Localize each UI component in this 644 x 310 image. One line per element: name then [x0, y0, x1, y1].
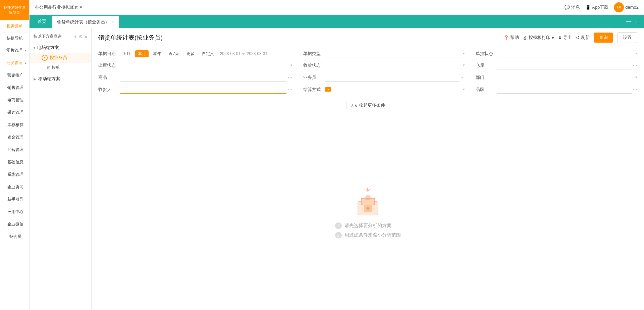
tab-close-btn[interactable]: × [111, 20, 114, 24]
sidebar-item-operations[interactable]: 经营管理 [0, 144, 29, 156]
out-status-label: 出库状态 [98, 62, 117, 68]
empty-step-1: 1 请先选择要分析的方案 [335, 222, 401, 229]
brand-dots-icon[interactable]: ··· [633, 87, 637, 93]
recv-status-select[interactable]: ▾ [325, 62, 465, 69]
add-scheme-btn[interactable]: + [74, 34, 77, 39]
export-label: 导出 [563, 35, 572, 41]
sidebar-label-sales: 销售管理 [4, 85, 26, 91]
sidebar-item-retail[interactable]: 零售管理 ▾ [0, 44, 29, 57]
help-btn[interactable]: ❓ 帮助 [503, 35, 519, 41]
account-dropdown[interactable]: 办公用品行业模拟账套 ▾ [35, 4, 82, 10]
sidebar-item-inventory[interactable]: 库存核算 [0, 119, 29, 131]
date-btn-this-month[interactable]: 本月 [135, 50, 149, 57]
app-download-btn[interactable]: 📱 App下载 [585, 4, 608, 10]
settings-button[interactable]: 设置 [617, 32, 637, 43]
refresh-btn[interactable]: ↺ 刷新 [576, 35, 590, 41]
warehouse-dots-icon[interactable]: ··· [633, 62, 637, 68]
messages-btn[interactable]: 💬 消息 [565, 4, 580, 10]
sidebar-item-finance[interactable]: 资金管理 [0, 131, 29, 144]
sidebar-item-marketing[interactable]: 营销推广 [0, 69, 29, 82]
date-btn-7days[interactable]: 近7天 [166, 50, 182, 57]
left-panel-header: 按以下方案查询 + ⊙ « [30, 32, 91, 41]
refresh-label: 刷新 [581, 35, 590, 41]
sidebar-item-ecommerce[interactable]: 电商管理 [0, 94, 29, 106]
svg-point-7 [366, 207, 370, 210]
date-label: 单据日期 [98, 51, 117, 57]
tab-home-label: 首页 [38, 18, 46, 24]
goods-input[interactable] [120, 73, 286, 82]
sidebar-label-marketing: 营销推广 [4, 72, 26, 78]
sidebar-label-member: 畅会员 [4, 234, 26, 240]
logo[interactable]: 畅捷通好生意标签页 [0, 0, 29, 20]
sidebar-item-enterprise-wechat[interactable]: 企业微信 [0, 218, 29, 230]
page-header: 销货单统计表(按业务员) ❓ 帮助 🖨 按模板打印 ▾ ⬇ 导出 [92, 28, 644, 46]
sidebar-item-system[interactable]: 系统管理 [0, 168, 29, 181]
date-btn-more[interactable]: 更多 [184, 50, 197, 57]
sidebar-item-app-center[interactable]: 应用中心 [0, 206, 29, 218]
dept-select[interactable]: ▾ [497, 74, 637, 81]
salesperson-label: 业务员 [303, 74, 322, 81]
date-btn-custom[interactable]: 自定义 [199, 50, 217, 57]
step-num-1: 1 [335, 222, 342, 229]
collapse-filters-btn[interactable]: ∧∧ 收起更多条件 [346, 101, 389, 110]
empty-state: 1 请先选择要分析的方案 2 用过滤条件来缩小分析范围 [92, 113, 644, 310]
sidebar-item-guide[interactable]: 新手引导 [0, 193, 29, 206]
tree-mobile-parent[interactable]: ▶ 移动端方案 [30, 74, 91, 84]
sidebar-label-wholesale: 批发管理 [4, 60, 25, 66]
sidebar-quick-nav[interactable]: 快捷导航 [0, 33, 29, 44]
user-avatar-btn[interactable]: Ea demo2 [614, 2, 639, 12]
tree-sub-child-order[interactable]: ⊞ 按单 [30, 63, 91, 72]
tree-desktop-parent[interactable]: ▾ 电脑端方案 [30, 43, 91, 53]
edit-scheme-btn[interactable]: ⊙ [79, 34, 83, 39]
payment-tag: × [325, 87, 332, 92]
payment-tag-close-btn[interactable]: × [328, 88, 330, 91]
sidebar-item-cooperation[interactable]: 企业协同 [0, 181, 29, 193]
page-title: 销货单统计表(按业务员) [98, 34, 163, 42]
tab-home[interactable]: 首页 [32, 15, 52, 28]
date-btn-last-month[interactable]: 上月 [120, 50, 133, 57]
account-name: 办公用品行业模拟账套 [35, 4, 78, 10]
out-status-select[interactable]: ▾ [120, 62, 292, 69]
export-icon: ⬇ [558, 35, 562, 40]
sidebar-item-basics[interactable]: 基础信息 [0, 156, 29, 168]
step-1-text: 请先选择要分析的方案 [344, 223, 391, 229]
consignee-input[interactable] [120, 86, 286, 94]
doc-type-arrow-icon: ▾ [463, 51, 465, 56]
sidebar-search[interactable]: 搜索菜单 [0, 20, 29, 33]
salesperson-input[interactable] [325, 73, 459, 82]
doc-type-select[interactable]: ▾ [325, 50, 465, 57]
user-name: demo2 [625, 5, 639, 10]
tab-sales-stats[interactable]: 销货单统计表（按业务员） × [52, 16, 119, 28]
sidebar-item-sales[interactable]: 销售管理 [0, 82, 29, 94]
date-range-text: 2023-03-01 至 2023-03-31 [220, 51, 267, 57]
date-btn-this-year[interactable]: 本年 [151, 50, 164, 57]
brand-input[interactable] [497, 86, 632, 94]
salesperson-dots-icon[interactable]: ··· [460, 74, 465, 81]
right-panel: 销货单统计表(按业务员) ❓ 帮助 🖨 按模板打印 ▾ ⬇ 导出 [92, 28, 644, 310]
tree-expand-icon2: ▶ [34, 77, 36, 81]
goods-dots-icon[interactable]: ··· [288, 74, 292, 81]
sidebar-item-purchase[interactable]: 采购管理 [0, 106, 29, 119]
doc-status-select[interactable]: ▾ [497, 50, 637, 57]
query-button[interactable]: 查询 [594, 33, 613, 43]
consignee-dots-icon[interactable]: ··· [288, 87, 292, 93]
sidebar-label-purchase: 采购管理 [4, 110, 26, 115]
tree-child-salesperson[interactable]: ● 按业务员 [30, 53, 91, 63]
dropdown-arrow-icon: ▾ [80, 5, 82, 10]
tab-minimize-btn[interactable]: — [625, 17, 633, 26]
export-btn[interactable]: ⬇ 导出 [558, 35, 572, 41]
warehouse-input[interactable] [497, 61, 632, 69]
header-left: 办公用品行业模拟账套 ▾ [35, 4, 82, 10]
sidebar-item-member[interactable]: 畅会员 [0, 230, 29, 243]
collapse-panel-btn[interactable]: « [85, 34, 87, 39]
message-icon: 💬 [565, 5, 570, 10]
top-header: 办公用品行业模拟账套 ▾ 💬 消息 📱 App下载 Ea demo2 [30, 0, 644, 15]
filter-brand: 品牌 ··· [476, 86, 637, 94]
filter-salesperson: 业务员 ··· [303, 73, 465, 82]
template-print-btn[interactable]: 🖨 按模板打印 ▾ [523, 35, 554, 41]
payment-select[interactable]: × ▾ [325, 86, 465, 93]
content-area: 按以下方案查询 + ⊙ « ▾ 电脑端方案 ● 按业务员 ⊞ 按单 [30, 28, 644, 310]
tab-maximize-btn[interactable]: □ [635, 17, 641, 26]
recv-status-label: 收款状态 [303, 62, 322, 68]
sidebar-item-wholesale[interactable]: 批发管理 ▴ [0, 57, 29, 69]
